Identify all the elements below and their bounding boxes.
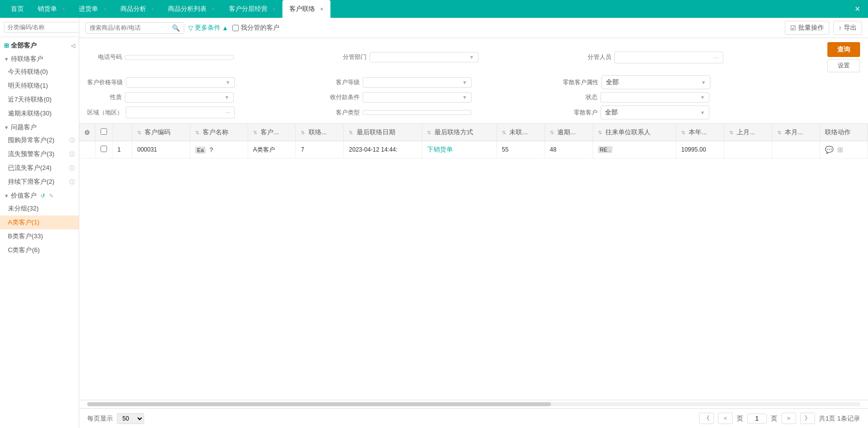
filter-cust-level-label: 客户等级 bbox=[325, 78, 360, 87]
filter-more-button[interactable]: ▽ 更多条件 ▲ bbox=[188, 23, 228, 32]
close-analysis-icon[interactable]: × bbox=[151, 0, 154, 18]
filter-dept: 分管部门 ▼ bbox=[332, 52, 577, 62]
first-page-button[interactable]: 《 bbox=[699, 413, 714, 424]
col-code: ⇅ 客户编码 bbox=[132, 124, 190, 141]
filter-nature-select[interactable]: ▼ bbox=[125, 92, 234, 103]
current-page-input[interactable] bbox=[747, 414, 767, 424]
filter-manager-input[interactable]: ··· bbox=[614, 52, 723, 63]
customer-table: ⚙ ⇅ 客户编码 ⇅ 客户名称 bbox=[79, 124, 868, 159]
batch-icon: ☑ bbox=[790, 24, 796, 32]
cell-this-year: 10995.00 bbox=[676, 141, 724, 159]
filter-region-input[interactable]: ··· bbox=[126, 107, 235, 118]
filter-row-2: 客户价格等级 ▼ 客户等级 ▼ 零散客户属性 全部 ▼ bbox=[87, 75, 860, 89]
cell-no-contact: 55 bbox=[497, 141, 545, 159]
batch-op-button[interactable]: ☑ 批量操作 bbox=[785, 21, 829, 35]
qr-action-icon[interactable]: ⊞ bbox=[837, 146, 843, 154]
page-size-select[interactable]: 50 100 bbox=[117, 413, 144, 424]
window-close-button[interactable]: × bbox=[851, 4, 864, 14]
nav-purchase[interactable]: 进货单 × bbox=[72, 0, 113, 18]
nav-customer-segment[interactable]: 客户分层经营 × bbox=[222, 0, 282, 18]
filter-scatter2-select[interactable]: 全部 ▼ bbox=[600, 106, 709, 119]
filter-row-3: 性质 ▼ 收付款条件 ▼ 状态 ▼ bbox=[87, 92, 860, 103]
filter-search-input[interactable] bbox=[90, 24, 170, 31]
cell-seq: 1 bbox=[112, 141, 132, 159]
chat-action-icon[interactable]: 💬 bbox=[825, 146, 833, 154]
filter-payment-select[interactable]: ▼ bbox=[363, 92, 472, 103]
pagination-bar: 每页显示 50 100 《 ＜ 页 页 ＞ 》 共1页 1条记录 bbox=[79, 408, 868, 428]
sidebar-group-value[interactable]: ▼ 价值客户 ↺ ✎ bbox=[0, 189, 79, 202]
sidebar-item-declining[interactable]: 持续下滑客户(2) ⓘ bbox=[0, 175, 79, 189]
prev-page-button[interactable]: ＜ bbox=[718, 413, 733, 424]
cell-name: Ea ? bbox=[190, 141, 248, 159]
cell-this-month bbox=[772, 141, 820, 159]
scroll-thumb[interactable] bbox=[87, 402, 551, 406]
filter-price-label: 客户价格等级 bbox=[87, 78, 123, 87]
sidebar-item-tomorrow[interactable]: 明天待联络(1) bbox=[0, 79, 79, 93]
sidebar-item-class-a[interactable]: A类客户(1) bbox=[0, 215, 79, 229]
filter-phone: 电话号码 bbox=[87, 53, 332, 61]
no-contact-sort-icon: ⇅ bbox=[502, 130, 506, 135]
close-purchase-icon[interactable]: × bbox=[103, 0, 106, 18]
filter-price-level: 客户价格等级 ▼ bbox=[87, 77, 325, 88]
arrow-pending: ▼ bbox=[4, 56, 9, 62]
contact-person-badge: RE . bbox=[598, 146, 612, 153]
page-label-suffix: 页 bbox=[771, 414, 777, 423]
sidebar-item-today[interactable]: 今天待联络(0) bbox=[0, 65, 79, 79]
sidebar-search-input[interactable] bbox=[4, 22, 79, 33]
action-icons-group: 💬 ⊞ bbox=[825, 146, 863, 154]
filter-search-icon[interactable]: 🔍 bbox=[172, 24, 180, 32]
select-all-checkbox[interactable] bbox=[101, 128, 107, 135]
nav-analysis[interactable]: 商品分析 × bbox=[113, 0, 161, 18]
sidebar-item-7days[interactable]: 近7天待联络(0) bbox=[0, 93, 79, 107]
last-month-sort-icon: ⇅ bbox=[729, 130, 733, 135]
last-method-link[interactable]: 下销货单 bbox=[427, 146, 453, 153]
filter-phone-input[interactable] bbox=[125, 55, 234, 60]
nav-home[interactable]: 首页 bbox=[4, 0, 31, 18]
filter-price-select[interactable]: ▼ bbox=[126, 77, 235, 88]
close-sales-icon[interactable]: × bbox=[62, 0, 65, 18]
refresh-icon[interactable]: ↺ bbox=[41, 193, 45, 199]
sidebar-item-ungrouped[interactable]: 未分组(32) bbox=[0, 202, 79, 215]
sidebar-item-lost[interactable]: 已流失客户(24) ⓘ bbox=[0, 161, 79, 175]
filter-status-select[interactable]: ▼ bbox=[600, 92, 709, 103]
sidebar-group-pending[interactable]: ▼ 待联络客户 bbox=[0, 52, 79, 65]
col-checkbox bbox=[96, 124, 112, 141]
row-checkbox[interactable] bbox=[101, 146, 107, 152]
sidebar-item-abnormal[interactable]: 囤购异常客户(2) ⓘ bbox=[0, 133, 79, 147]
filter-scatter: 零散客户 全部 ▼ bbox=[563, 106, 801, 119]
arrow-value: ▼ bbox=[4, 193, 9, 199]
my-customers-checkbox[interactable] bbox=[232, 25, 239, 31]
sidebar-item-class-c[interactable]: C类客户(6) bbox=[0, 243, 79, 257]
nav-analysis-list[interactable]: 商品分析列表 × bbox=[161, 0, 221, 18]
edit-value-icon[interactable]: ✎ bbox=[49, 193, 54, 199]
filter-cust-level-select[interactable]: ▼ bbox=[363, 77, 472, 88]
next-page-button[interactable]: ＞ bbox=[781, 413, 796, 424]
filter-bar: 🔍 ▽ 更多条件 ▲ 我分管的客户 ☑ 批量操作 ↑ 导出 bbox=[79, 18, 868, 38]
filter-actions: 查询 设置 bbox=[827, 42, 860, 72]
sidebar-item-class-b[interactable]: B类客户(33) bbox=[0, 229, 79, 243]
sidebar-group-problem[interactable]: ▼ 问题客户 bbox=[0, 120, 79, 133]
query-button[interactable]: 查询 bbox=[827, 42, 860, 57]
close-analysis-list-icon[interactable]: × bbox=[212, 0, 215, 18]
close-segment-icon[interactable]: × bbox=[272, 0, 275, 18]
sidebar-item-overdue[interactable]: 逾期未联络(30) bbox=[0, 107, 79, 120]
sidebar-all-customers[interactable]: ⊞ 全部客户 ◁ bbox=[0, 37, 79, 52]
nature-chevron-icon: ▼ bbox=[224, 95, 229, 100]
filter-scatter-select[interactable]: 全部 ▼ bbox=[601, 75, 710, 89]
settings-button[interactable]: 设置 bbox=[827, 59, 860, 72]
last-page-button[interactable]: 》 bbox=[800, 413, 815, 424]
scroll-track[interactable] bbox=[87, 402, 860, 406]
table-gear-icon[interactable]: ⚙ bbox=[84, 129, 90, 136]
sidebar-item-warning[interactable]: 流失预警客户(3) ⓘ bbox=[0, 147, 79, 161]
nav-customer-contact[interactable]: 客户联络 × bbox=[282, 0, 330, 18]
filter-dept-select[interactable]: ▼ bbox=[370, 52, 479, 62]
col-type: ⇅ 客户... bbox=[248, 124, 296, 141]
export-button[interactable]: ↑ 导出 bbox=[833, 21, 863, 35]
overdue-sort-icon: ⇅ bbox=[550, 130, 554, 135]
nav-sales[interactable]: 销货单 × bbox=[31, 0, 72, 18]
sidebar-collapse-right[interactable]: ◁ bbox=[71, 43, 75, 49]
filter-payment: 收付款条件 ▼ bbox=[325, 92, 563, 103]
close-contact-icon[interactable]: × bbox=[320, 0, 323, 18]
filter-cust-type-input[interactable] bbox=[363, 110, 472, 115]
region-dots-icon: ··· bbox=[225, 109, 230, 116]
